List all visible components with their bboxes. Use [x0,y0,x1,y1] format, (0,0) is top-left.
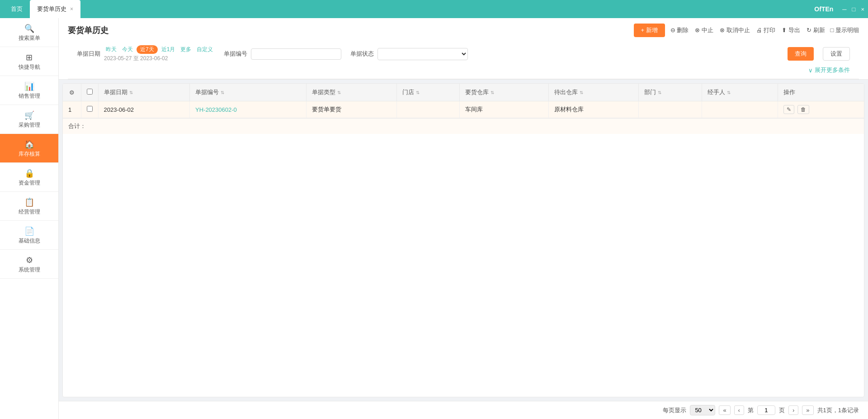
row-handler [702,101,778,118]
th-req-warehouse: 要货仓库 ⇅ [460,84,549,101]
sidebar-item-search-menu[interactable]: 🔍 搜索菜单 [0,18,58,47]
content-area: 要货单历史 + 新增 ⊖ 删除 ⊗ 中止 ⊗ 取消中止 🖨 打印 ⬆ 导出 ↻ … [59,18,868,419]
sidebar-item-system-mgmt[interactable]: ⚙ 系统管理 [0,250,58,279]
doc-no-filter-group: 单据编号 [224,48,341,60]
row-delete-button[interactable]: 🗑 [797,105,809,114]
select-all-checkbox[interactable] [87,89,93,95]
sort-icon[interactable]: ⇅ [727,90,731,95]
doc-type-value: 要货单要货 [312,106,341,113]
sidebar-item-label: 采购管理 [19,121,40,129]
row-store [396,101,459,118]
print-button[interactable]: 🖨 打印 [755,24,777,36]
row-req-warehouse: 车间库 [460,101,549,118]
sidebar-item-label: 资金管理 [19,179,40,187]
row-checkbox[interactable] [87,106,93,112]
sidebar-item-finance-mgmt[interactable]: 🔒 资金管理 [0,163,58,192]
query-button[interactable]: 查询 [788,47,814,61]
new-button[interactable]: + 新增 [634,24,665,37]
display-cell-button[interactable]: □ 显示明细 [830,26,859,34]
row-department [639,101,702,118]
sidebar-item-basic-info[interactable]: 📄 基础信息 [0,221,58,250]
sort-icon[interactable]: ⇅ [580,90,583,95]
sidebar-item-inventory[interactable]: 🏠 库存核算 [0,134,58,163]
sidebar-item-label: 基础信息 [19,237,40,245]
sidebar-item-sales-mgmt[interactable]: 📊 销售管理 [0,76,58,105]
purchase-icon: 🛒 [24,111,34,119]
settings-button[interactable]: 设置 [823,47,850,61]
finance-icon: 🔒 [24,169,34,177]
th-pending-warehouse: 待出仓库 ⇅ [549,84,639,101]
sort-icon[interactable]: ⇅ [129,90,133,95]
row-action: ✎ 🗑 [778,101,864,118]
tab-home[interactable]: 首页 [4,0,30,18]
sidebar-item-purchase-mgmt[interactable]: 🛒 采购管理 [0,105,58,134]
expand-more-btn[interactable]: ∨ 展开更多条件 [808,66,850,74]
gear-icon[interactable]: ⚙ [69,89,75,96]
delete-button[interactable]: ⊖ 删除 [670,24,690,36]
req-warehouse-value: 车间库 [465,106,483,113]
refresh-button[interactable]: ↻ 刷新 [806,24,826,36]
next-page-btn[interactable]: › [788,405,798,415]
sort-icon[interactable]: ⇅ [658,90,661,95]
sidebar-item-label: 系统管理 [19,266,40,274]
table-header-row: ⚙ 单据日期 ⇅ 单据编号 [63,84,864,101]
date-filter-group: 单据日期 昨天 今天 近7天 近1月 更多 自定义 2023-05-27 至 2… [77,45,215,62]
maximize-btn[interactable]: □ [852,6,856,13]
row-num: 1 [63,101,81,118]
row-edit-button[interactable]: ✎ [783,105,794,114]
window-close-btn[interactable]: × [861,6,864,13]
shortcut-7days[interactable]: 近7天 [137,45,158,54]
first-page-btn[interactable]: « [719,405,730,415]
shortcut-more[interactable]: 更多 [179,45,193,54]
doc-no-input[interactable] [251,48,341,60]
sidebar-item-operation-mgmt[interactable]: 📋 经营管理 [0,192,58,221]
th-label: 单据类型 [312,88,335,96]
sort-icon[interactable]: ⇅ [416,90,420,95]
th-settings: ⚙ [63,84,81,101]
sort-icon[interactable]: ⇅ [491,90,494,95]
page-title-row: 要货单历史 + 新增 ⊖ 删除 ⊗ 中止 ⊗ 取消中止 🖨 打印 ⬆ 导出 ↻ … [68,24,859,37]
row-doc-type: 要货单要货 [307,101,396,118]
cancel-stop-button[interactable]: ⊗ 取消中止 [719,24,751,36]
prev-page-btn[interactable]: ‹ [734,405,744,415]
page-suffix: 页 [779,406,785,414]
th-label: 门店 [402,88,414,96]
tab-home-label: 首页 [11,5,23,13]
table-area: ⚙ 单据日期 ⇅ 单据编号 [62,83,864,397]
last-page-btn[interactable]: » [802,405,813,415]
filter-area: 单据日期 昨天 今天 近7天 近1月 更多 自定义 2023-05-27 至 2… [68,41,859,79]
shortcut-1month[interactable]: 近1月 [160,45,177,54]
sidebar-item-label: 销售管理 [19,92,40,100]
doc-no-link[interactable]: YH-20230602-0 [195,106,237,113]
status-select[interactable] [377,48,468,60]
th-label: 单据日期 [104,88,127,96]
th-label: 操作 [783,89,795,95]
close-icon[interactable]: × [70,6,73,12]
sort-icon[interactable]: ⇅ [221,90,224,95]
tab-active[interactable]: 要货单历史 × [30,0,80,18]
export-button[interactable]: ⬆ 导出 [781,24,801,36]
stop-button[interactable]: ⊗ 中止 [694,24,714,36]
th-label: 待出仓库 [554,88,578,96]
inventory-icon: 🏠 [24,140,34,148]
row-checkbox-cell [81,101,98,118]
basic-info-icon: 📄 [24,227,34,235]
th-label: 部门 [644,88,656,96]
shortcut-custom[interactable]: 自定义 [195,45,215,54]
minimize-btn[interactable]: ─ [842,6,846,13]
current-page-input[interactable] [757,405,775,415]
sort-icon[interactable]: ⇅ [337,90,341,95]
per-page-label: 每页显示 [663,406,686,414]
row-doc-no: YH-20230602-0 [190,101,307,118]
sidebar-item-quick-nav[interactable]: ⊞ 快捷导航 [0,47,58,76]
shortcut-today[interactable]: 今天 [120,45,135,54]
page-header: 要货单历史 + 新增 ⊖ 删除 ⊗ 中止 ⊗ 取消中止 🖨 打印 ⬆ 导出 ↻ … [59,18,868,80]
th-label: 经手人 [708,88,725,96]
page-label: 第 [748,406,754,414]
page-title: 要货单历史 [68,25,108,36]
shortcut-yesterday[interactable]: 昨天 [104,45,118,54]
row-doc-date: 2023-06-02 [98,101,190,118]
filter-row: 单据日期 昨天 今天 近7天 近1月 更多 自定义 2023-05-27 至 2… [77,45,850,62]
status-label: 单据状态 [350,50,374,58]
per-page-select[interactable]: 50 100 200 [690,405,715,415]
